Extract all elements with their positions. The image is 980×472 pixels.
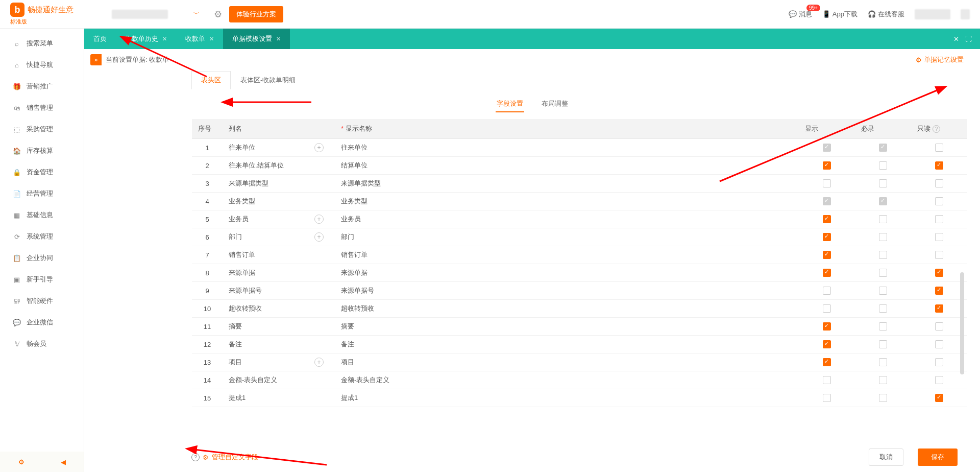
sidebar-collapse-icon[interactable]: ◀ xyxy=(61,458,66,466)
cell-display-name[interactable]: 来源单据 xyxy=(335,264,799,282)
sidebar-item-10[interactable]: 📋企业协同 xyxy=(0,247,84,269)
checkbox[interactable] xyxy=(879,304,887,313)
avatar-blurred[interactable] xyxy=(961,9,970,19)
try-scheme-button[interactable]: 体验行业方案 xyxy=(229,6,283,22)
cell-display-name[interactable]: 摘要 xyxy=(335,318,799,336)
sidebar-item-6[interactable]: 🔒资金管理 xyxy=(0,161,84,183)
tab-body-area[interactable]: 表体区-收款单明细 xyxy=(231,71,305,89)
cell-display-name[interactable]: 部门 xyxy=(335,228,799,246)
checkbox[interactable] xyxy=(823,322,831,331)
messages-link[interactable]: 💬 消息 99+ xyxy=(789,10,812,19)
help-icon[interactable]: ? xyxy=(933,125,940,133)
page-tab[interactable]: 单据模板设置✕ xyxy=(223,29,290,49)
checkbox[interactable] xyxy=(823,269,831,277)
page-tab[interactable]: 收款单✕ xyxy=(176,29,223,49)
add-icon[interactable]: + xyxy=(314,143,324,152)
sidebar-item-8[interactable]: ▦基础信息 xyxy=(0,204,84,226)
cancel-button[interactable]: 取消 xyxy=(869,449,903,466)
checkbox[interactable] xyxy=(823,215,831,223)
add-icon[interactable]: + xyxy=(314,358,324,367)
cell-display-name[interactable]: 备注 xyxy=(335,336,799,353)
cell-display-name[interactable]: 金额-表头自定义 xyxy=(335,371,799,389)
sidebar-item-5[interactable]: 🏠库存核算 xyxy=(0,140,84,161)
vertical-scrollbar[interactable] xyxy=(960,272,964,374)
checkbox[interactable] xyxy=(935,233,943,241)
checkbox[interactable] xyxy=(935,322,943,331)
cell-display-name[interactable]: 业务类型 xyxy=(335,193,799,210)
cell-display-name[interactable]: 往来单位 xyxy=(335,139,799,157)
settings-icon[interactable]: ⚙ xyxy=(214,9,222,20)
checkbox[interactable] xyxy=(935,304,943,313)
cell-display-name[interactable]: 结算单位 xyxy=(335,157,799,175)
checkbox[interactable] xyxy=(823,358,831,366)
checkbox[interactable] xyxy=(823,179,831,187)
checkbox[interactable] xyxy=(935,179,943,187)
checkbox[interactable] xyxy=(935,269,943,277)
sidebar-item-9[interactable]: ⟳系统管理 xyxy=(0,226,84,247)
sidebar-item-11[interactable]: ▣新手引导 xyxy=(0,269,84,290)
cell-display-name[interactable]: 提成1 xyxy=(335,389,799,407)
cell-display-name[interactable]: 超收转预收 xyxy=(335,300,799,318)
checkbox[interactable] xyxy=(935,287,943,295)
tab-close-icon[interactable]: ✕ xyxy=(276,36,281,42)
checkbox[interactable] xyxy=(935,394,943,402)
checkbox[interactable] xyxy=(879,161,887,170)
tab-close-icon[interactable]: ✕ xyxy=(209,36,214,42)
manage-custom-fields-link[interactable]: ? ⚙ 管理自定义字段 xyxy=(191,453,258,462)
checkbox[interactable] xyxy=(879,215,887,223)
page-tab[interactable]: 首页 xyxy=(84,29,116,49)
checkbox[interactable] xyxy=(823,394,831,402)
checkbox[interactable] xyxy=(935,358,943,366)
sidebar-item-1[interactable]: ⌂快捷导航 xyxy=(0,54,84,76)
checkbox[interactable] xyxy=(935,197,943,205)
tab-close-icon[interactable]: ✕ xyxy=(162,36,167,42)
checkbox[interactable] xyxy=(935,340,943,348)
checkbox[interactable] xyxy=(935,144,943,152)
user-blurred[interactable] xyxy=(915,9,950,19)
checkbox[interactable] xyxy=(879,233,887,241)
checkbox[interactable] xyxy=(879,376,887,384)
sidebar-item-13[interactable]: 💬企业微信 xyxy=(0,312,84,333)
checkbox[interactable] xyxy=(823,251,831,259)
checkbox[interactable] xyxy=(823,233,831,241)
checkbox[interactable] xyxy=(879,179,887,187)
page-tab[interactable]: 收款单历史✕ xyxy=(116,29,176,49)
checkbox[interactable] xyxy=(935,161,943,170)
save-button[interactable]: 保存 xyxy=(918,449,958,466)
fullscreen-icon[interactable]: ⛶ xyxy=(965,35,972,43)
cell-display-name[interactable]: 项目 xyxy=(335,353,799,371)
add-icon[interactable]: + xyxy=(314,215,324,224)
cell-display-name[interactable]: 来源单据号 xyxy=(335,282,799,300)
sidebar-item-2[interactable]: 🎁营销推广 xyxy=(0,76,84,97)
checkbox[interactable] xyxy=(823,376,831,384)
tab-close-all-icon[interactable]: ✕ xyxy=(953,35,959,43)
checkbox[interactable] xyxy=(879,251,887,259)
checkbox[interactable] xyxy=(823,161,831,170)
add-icon[interactable]: + xyxy=(314,232,324,242)
checkbox[interactable] xyxy=(935,215,943,223)
online-cs-link[interactable]: 🎧 在线客服 xyxy=(868,10,904,19)
checkbox[interactable] xyxy=(823,340,831,348)
cell-display-name[interactable]: 业务员 xyxy=(335,210,799,228)
sidebar-item-14[interactable]: 𝕍畅会员 xyxy=(0,333,84,355)
collapse-left-icon[interactable]: » xyxy=(90,54,102,65)
subtab-layout-adjust[interactable]: 布局调整 xyxy=(541,96,569,112)
sidebar-item-7[interactable]: 📄经营管理 xyxy=(0,183,84,204)
sidebar-gear-icon[interactable]: ⚙ xyxy=(18,458,24,466)
app-download-link[interactable]: 📱 App下载 xyxy=(822,10,857,19)
checkbox[interactable] xyxy=(935,251,943,259)
tab-header-area[interactable]: 表头区 xyxy=(191,71,231,89)
tenant-dropdown[interactable]: ﹀ xyxy=(105,5,207,23)
cell-display-name[interactable]: 来源单据类型 xyxy=(335,175,799,193)
checkbox[interactable] xyxy=(935,376,943,384)
checkbox[interactable] xyxy=(879,287,887,295)
checkbox[interactable] xyxy=(879,269,887,277)
checkbox[interactable] xyxy=(879,322,887,331)
sidebar-item-12[interactable]: 🖳智能硬件 xyxy=(0,290,84,312)
sidebar-item-0[interactable]: ⌕搜索菜单 xyxy=(0,33,84,54)
sidebar-item-3[interactable]: 🛍销售管理 xyxy=(0,97,84,119)
checkbox[interactable] xyxy=(823,287,831,295)
sidebar-item-4[interactable]: ⬚采购管理 xyxy=(0,119,84,140)
checkbox[interactable] xyxy=(879,358,887,366)
memory-settings-link[interactable]: ⚙ 单据记忆设置 xyxy=(916,55,964,64)
